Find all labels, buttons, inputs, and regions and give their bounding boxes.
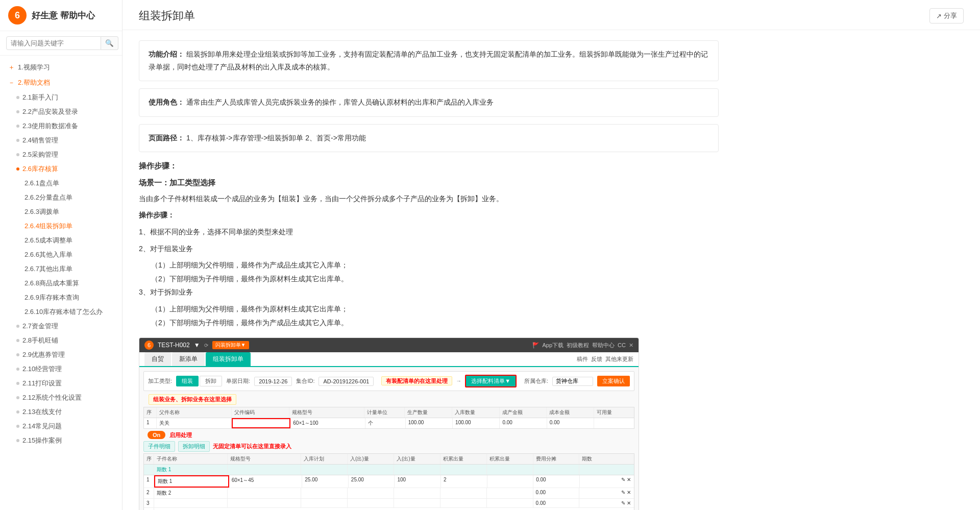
sc-select-peiliao-btn[interactable]: 选择配料清单▼	[465, 375, 517, 387]
sc-col-father-code: 父件编码	[232, 407, 289, 418]
sc-close-icon[interactable]: ✕	[629, 342, 633, 349]
func-intro-text: 组装拆卸单用来处理企业组装或拆卸等加工业务，支持有固定装配清单的产品加工业务，也…	[149, 50, 708, 71]
sc-titlebar: 6 TEST-H002 ▼ ⟳ 闪装拆卸单▼ 🚩 App下载 初级教程 帮助中心…	[139, 338, 639, 352]
role-text: 通常由生产人员或库管人员完成拆装业务的操作，库管人员确认原材料的出库和产成品的入…	[186, 98, 494, 106]
sc-bill-label: 集合ID:	[296, 377, 314, 385]
sc-warehouse-label: 所属仓库:	[524, 377, 548, 385]
logo-area: 6 好生意 帮助中心	[0, 0, 122, 31]
sidebar-item-label: 2.8手机旺铺	[22, 336, 58, 345]
sidebar-sub-264[interactable]: 2.6.4组装拆卸单	[0, 219, 122, 233]
sc-upper-table-header: 序 父件名称 父件编码 规格型号 计量单位 生产数量 入库数量 成产金额 成本金…	[144, 407, 634, 418]
sidebar-sub-269[interactable]: 2.6.9库存账本查询	[0, 290, 122, 305]
sidebar-sub-210[interactable]: 2.10经营管理	[0, 362, 122, 376]
sc-annot-row1: 组装业务、拆卸业务在这里选择	[143, 394, 634, 405]
sidebar-item-label: 2.6.7其他出库单	[24, 264, 72, 274]
sc-lr2-spec	[228, 488, 301, 498]
sc-body: 加工类型: 组装 拆卸 单据日期: 2019-12-26 集合ID: AD-20…	[139, 367, 639, 510]
sc-nav-tab-home[interactable]: 自贸	[144, 352, 171, 366]
dot-icon	[16, 153, 19, 156]
sc-type-btn-assemble[interactable]: 组装	[176, 376, 199, 386]
sc-lh-fee: 费用分摊	[533, 454, 580, 464]
sidebar-sub-267[interactable]: 2.6.7其他出库单	[0, 262, 122, 276]
sidebar-item-label: 2.11打印设置	[22, 379, 62, 388]
sc-type-btn-disassemble[interactable]: 拆卸	[200, 376, 222, 386]
sc-lh-acc1: 积累出量	[440, 454, 487, 464]
sc-nav-tab-current[interactable]: 组装拆卸单	[206, 352, 251, 366]
sidebar-sub-262[interactable]: 2.6.2分量盘点单	[0, 190, 122, 205]
sc-nav-tab-new[interactable]: 新添单	[172, 352, 205, 366]
sidebar-item-label: 2.4销售管理	[22, 136, 58, 145]
sidebar-item-docs[interactable]: － 2.帮助文档	[0, 75, 122, 90]
sidebar-sub-215[interactable]: 2.15操作案例	[0, 433, 122, 448]
sidebar-sub-29[interactable]: 2.9优惠券管理	[0, 348, 122, 362]
sidebar-sub-261[interactable]: 2.6.1盘点单	[0, 176, 122, 190]
sidebar-item-label: 2.15操作案例	[22, 436, 62, 445]
sc-lower-section-label: 子件明细	[143, 441, 175, 452]
sc-cell-unit: 个	[365, 418, 406, 428]
step2-2: （2）下部明细为子件明细，最终作为原材料生成其它出库单。	[139, 272, 719, 286]
role-label: 使用角色：	[149, 98, 184, 106]
search-input[interactable]	[6, 36, 101, 50]
sc-lr2-i2	[394, 488, 440, 498]
sidebar-sub-22[interactable]: 2.2产品安装及登录	[0, 105, 122, 119]
sidebar-item-video[interactable]: ＋ 1.视频学习	[0, 60, 122, 75]
sidebar-sub-28[interactable]: 2.8手机旺铺	[0, 333, 122, 348]
sc-cell-code	[232, 418, 291, 428]
sc-lr0-op	[619, 465, 634, 475]
sidebar-sub-212[interactable]: 2.12系统个性化设置	[0, 391, 122, 405]
sidebar-sub-214[interactable]: 2.14常见问题	[0, 419, 122, 433]
sc-nav-action-3[interactable]: 其他来更新	[605, 355, 633, 363]
sidebar-sub-266[interactable]: 2.6.6其他入库单	[0, 248, 122, 262]
sc-lower-table: 序 子件名称 规格型号 入库计划 入(出)量 入(出)量 积累出量 积累出量 费…	[143, 453, 634, 510]
sidebar-sub-27[interactable]: 2.7资金管理	[0, 319, 122, 333]
sc-lr0-a2	[487, 465, 533, 475]
sidebar-sub-25[interactable]: 2.5采购管理	[0, 148, 122, 162]
sidebar-sub-24[interactable]: 2.4销售管理	[0, 133, 122, 148]
sc-cell-seq: 1	[144, 418, 157, 428]
sc-lr0-e	[579, 465, 619, 475]
sc-nav-action-2[interactable]: 反馈	[591, 355, 602, 363]
sc-lower-section-label2: 拆卸明细	[178, 441, 210, 452]
sidebar-sub-21[interactable]: 2.1新手入门	[0, 90, 122, 105]
share-button[interactable]: ↗ 分享	[929, 8, 964, 23]
sidebar-item-label: 2.6库存核算	[22, 164, 58, 174]
sc-on-badge[interactable]: On	[148, 431, 165, 439]
sc-lr0-i2	[394, 465, 440, 475]
sc-lower-row0: 期数 1	[144, 465, 634, 475]
scenario-title: 场景一：加工类型选择	[139, 178, 719, 188]
sc-cell-camt: 0.00	[547, 418, 594, 428]
sc-annot-row2: On 启用处理	[143, 431, 634, 439]
role-block: 使用角色： 通常由生产人员或库管人员完成拆装业务的操作，库管人员确认原材料的出库…	[139, 88, 719, 116]
step3-2: （2）下部明细为子件明细，最终作为产成品生成其它入库单。	[139, 316, 719, 330]
sc-lh-inout1: 入(出)量	[348, 454, 394, 464]
sc-nav-action-1[interactable]: 稿件	[577, 355, 588, 363]
sidebar-sub-263[interactable]: 2.6.3调拨单	[0, 205, 122, 219]
sidebar-item-label: 2.帮助文档	[18, 78, 50, 87]
sc-lr0-spec	[228, 465, 301, 475]
sc-lr2-a1	[440, 488, 487, 498]
sidebar-sub-26[interactable]: 2.6库存核算	[0, 162, 122, 176]
sidebar-nav: ＋ 1.视频学习 － 2.帮助文档 2.1新手入门 2.2产品安装及登录 2.3…	[0, 56, 122, 510]
func-intro-block: 功能介绍： 组装拆卸单用来处理企业组装或拆卸等加工业务，支持有固定装配清单的产品…	[139, 40, 719, 81]
sidebar-sub-268[interactable]: 2.6.8商品成本重算	[0, 276, 122, 290]
sc-lh-ops	[619, 454, 634, 464]
search-button[interactable]: 🔍	[101, 36, 118, 50]
sidebar-sub-2610[interactable]: 2.6.10库存账本错了怎么办	[0, 305, 122, 319]
dot-icon	[16, 339, 19, 342]
sc-avatar: CC	[618, 342, 626, 348]
sidebar-item-label: 2.5采购管理	[22, 150, 58, 159]
sidebar-sub-23[interactable]: 2.3使用前数据准备	[0, 119, 122, 133]
sc-lower-row2: 2 期数 2 0.00 ✎ ✕	[144, 488, 634, 499]
sc-title-right-2: 初级教程	[567, 342, 589, 349]
sc-lr0-a1	[440, 465, 487, 475]
sidebar-sub-211[interactable]: 2.11打印设置	[0, 376, 122, 391]
sc-lower-label-row: 子件明细 拆卸明细 无固定清单可以在这里直接录入	[143, 441, 634, 452]
sidebar-sub-213[interactable]: 2.13在线支付	[0, 405, 122, 419]
sidebar-sub-265[interactable]: 2.6.5成本调整单	[0, 233, 122, 248]
sc-confirm-btn[interactable]: 立案确认	[597, 376, 630, 386]
sc-type-buttons: 组装 拆卸	[176, 376, 222, 386]
dot-icon	[16, 410, 19, 414]
sc-flag-icon: 🚩	[532, 342, 540, 349]
search-bar: 🔍	[0, 31, 122, 56]
sc-warehouse-input[interactable]	[552, 377, 593, 386]
